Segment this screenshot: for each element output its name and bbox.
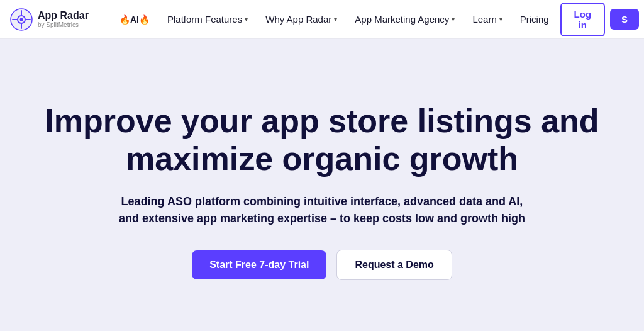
nav-item-pricing[interactable]: Pricing bbox=[511, 9, 558, 30]
nav-item-app-marketing-agency[interactable]: App Marketing Agency ▾ bbox=[346, 9, 464, 30]
hero-subtitle: Leading ASO platform combining intuitive… bbox=[119, 193, 525, 227]
nav-item-platform-features-label: Platform Features bbox=[167, 14, 242, 25]
svg-point-2 bbox=[20, 18, 23, 21]
logo-subtitle: by SplitMetrics bbox=[38, 21, 89, 28]
logo[interactable]: App Radar by SplitMetrics bbox=[10, 8, 98, 31]
nav-items: 🔥AI🔥 Platform Features ▾ Why App Radar ▾… bbox=[111, 9, 558, 30]
nav-item-platform-features[interactable]: Platform Features ▾ bbox=[158, 9, 257, 30]
nav-item-app-marketing-agency-label: App Marketing Agency bbox=[355, 14, 449, 25]
hero-section: Improve your app store listings and maxi… bbox=[0, 39, 644, 331]
request-demo-button[interactable]: Request a Demo bbox=[336, 250, 452, 280]
start-trial-button[interactable]: Start Free 7-day Trial bbox=[192, 250, 326, 279]
chevron-down-icon: ▾ bbox=[245, 16, 248, 23]
ai-badge: 🔥AI🔥 bbox=[119, 14, 150, 25]
chevron-down-icon: ▾ bbox=[499, 16, 502, 23]
nav-right: Log in S bbox=[560, 3, 640, 36]
nav-item-learn[interactable]: Learn ▾ bbox=[464, 9, 511, 30]
login-button[interactable]: Log in bbox=[560, 3, 606, 36]
signup-button[interactable]: S bbox=[610, 9, 639, 30]
hero-title: Improve your app store listings and maxi… bbox=[45, 103, 599, 178]
chevron-down-icon: ▾ bbox=[452, 16, 455, 23]
nav-item-pricing-label: Pricing bbox=[520, 14, 549, 25]
logo-title: App Radar bbox=[38, 10, 89, 21]
nav-item-why-app-radar-label: Why App Radar bbox=[265, 14, 331, 25]
navbar: App Radar by SplitMetrics 🔥AI🔥 Platform … bbox=[0, 0, 644, 39]
nav-item-ai[interactable]: 🔥AI🔥 bbox=[111, 9, 158, 30]
nav-item-learn-label: Learn bbox=[472, 14, 496, 25]
chevron-down-icon: ▾ bbox=[334, 16, 337, 23]
nav-item-why-app-radar[interactable]: Why App Radar ▾ bbox=[257, 9, 346, 30]
hero-buttons: Start Free 7-day Trial Request a Demo bbox=[192, 250, 452, 280]
